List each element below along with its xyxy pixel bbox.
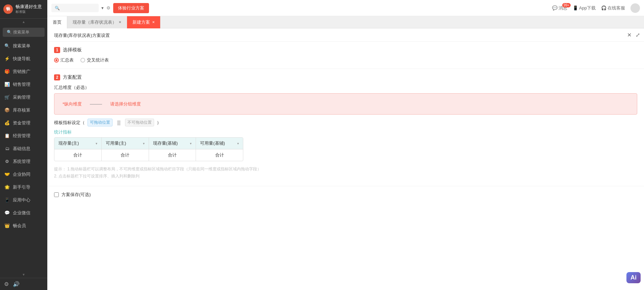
- main-area: 🔍 ▾ ⚙ 体验行业方案 💬 消息 99+ 📱 App下载 🎧 在线客服: [47, 0, 644, 290]
- tab-inventory-close[interactable]: ✕: [119, 20, 121, 24]
- tab-new-scheme[interactable]: 新建方案 ✕: [127, 16, 160, 28]
- dimension-area[interactable]: *纵向维度 —— 请选择分组维度: [54, 93, 637, 115]
- settings-icon[interactable]: ⚙: [4, 281, 9, 287]
- sidebar-item-member[interactable]: 👑 畅会员: [0, 219, 47, 232]
- basic-nav-icon: 🗂: [4, 146, 10, 152]
- topbar: 🔍 ▾ ⚙ 体验行业方案 💬 消息 99+ 📱 App下载 🎧 在线客服: [47, 0, 644, 16]
- sidebar-item-system[interactable]: ⚙ 系统管理: [0, 155, 47, 168]
- radio-summary-label: 汇总表: [60, 57, 74, 63]
- member-nav-icon: 👑: [4, 223, 10, 229]
- contract-nav-icon: 🤝: [4, 171, 10, 177]
- speaker-icon[interactable]: 🔊: [13, 281, 20, 287]
- purchase-nav-icon: 🛒: [4, 94, 10, 100]
- message-badge: 99+: [562, 3, 571, 7]
- member-nav-label: 畅会员: [13, 223, 26, 229]
- radio-summary[interactable]: 汇总表: [54, 57, 74, 63]
- col-header-0-dropdown[interactable]: ▾: [96, 142, 97, 145]
- topbar-search[interactable]: 🔍: [51, 4, 99, 12]
- sidebar-item-wechat[interactable]: 💬 企业微信: [0, 207, 47, 219]
- sidebar-item-sales[interactable]: 📊 销售管理: [0, 78, 47, 91]
- app-download-button[interactable]: 📱 App下载: [573, 5, 596, 11]
- sidebar-item-finance[interactable]: 💰 资金管理: [0, 117, 47, 129]
- stats-table-row-0: 合计 合计 合计 合计: [54, 149, 243, 161]
- close-panel-button[interactable]: ✕: [626, 31, 633, 39]
- tab-new-scheme-close[interactable]: ✕: [152, 20, 155, 24]
- stats-table-area: 统计指标 现存量(主) ▾ 可用量(主) ▾: [54, 129, 637, 162]
- tip-2: 2. 点击标题栏下拉可设置排序、插入列和删除列: [54, 173, 637, 179]
- expand-panel-button[interactable]: ⤢: [634, 31, 641, 39]
- col-header-2-dropdown[interactable]: ▾: [190, 142, 192, 145]
- col-header-1-dropdown[interactable]: ▾: [143, 142, 145, 145]
- cell-0-1: 合计: [102, 149, 149, 161]
- wechat-nav-label: 企业微信: [13, 210, 30, 216]
- dim-placeholder: 请选择分组维度: [110, 101, 141, 107]
- basic-nav-label: 基础信息: [13, 146, 30, 152]
- quick-nav-nav-icon: ⚡: [4, 56, 10, 62]
- sidebar-footer: ⚙ 🔊: [0, 278, 47, 290]
- trial-button[interactable]: 体验行业方案: [113, 3, 149, 13]
- tips-area: 提示： 1.拖动标题栏可以调整布局，不可跨维度或指标区域拖动栏目字段（只能在同一…: [54, 166, 637, 179]
- sidebar-item-quick-nav[interactable]: ⚡ 快捷导航: [0, 52, 47, 65]
- business-nav-icon: 📋: [4, 133, 10, 139]
- sidebar-item-apps[interactable]: 📱 应用中心: [0, 194, 47, 207]
- stats-label: 统计指标: [54, 129, 637, 135]
- newbie-nav-icon: 🌟: [4, 184, 10, 190]
- sidebar-search-button[interactable]: 🔍 搜索菜单: [3, 28, 45, 37]
- topbar-search-text: [62, 5, 82, 11]
- scroll-down[interactable]: ▼: [0, 271, 47, 278]
- col-header-1[interactable]: 可用量(主) ▾: [102, 138, 149, 149]
- save-scheme-checkbox[interactable]: [54, 192, 59, 197]
- search-label: 搜索菜单: [13, 29, 29, 35]
- sidebar-item-purchase[interactable]: 🛒 采购管理: [0, 91, 47, 104]
- marketing-nav-icon: 🎁: [4, 69, 10, 75]
- sidebar-item-inventory[interactable]: 📦 库存核算: [0, 104, 47, 117]
- sidebar-item-search[interactable]: 🔍 搜索菜单: [0, 40, 47, 52]
- col-header-0-label: 现存量(主): [58, 140, 79, 146]
- search-nav-label: 搜索菜单: [13, 43, 30, 49]
- tab-home-label: 首页: [53, 19, 61, 25]
- page-title: 现存量(库存状况表)方案设置: [54, 33, 110, 38]
- tab-inventory-status[interactable]: 现存量（库存状况表） ✕: [67, 16, 127, 28]
- message-button[interactable]: 💬 消息 99+: [552, 5, 567, 11]
- step1-badge: 1: [54, 47, 60, 53]
- col-header-1-label: 可用量(主): [106, 140, 126, 146]
- user-avatar[interactable]: [630, 3, 640, 13]
- col-header-2[interactable]: 现存量(基辅) ▾: [149, 138, 196, 149]
- col-header-0[interactable]: 现存量(主) ▾: [54, 138, 102, 149]
- finance-nav-label: 资金管理: [13, 120, 30, 126]
- scroll-up[interactable]: ▲: [0, 19, 47, 25]
- sales-nav-label: 销售管理: [13, 81, 30, 88]
- cell-0-3: 合计: [196, 149, 243, 161]
- cell-0-2: 合计: [149, 149, 196, 161]
- topbar-dropdown-icon[interactable]: ▾: [101, 5, 104, 10]
- step2-title: 2 方案配置: [54, 74, 637, 80]
- dim-arrow: ——: [90, 100, 102, 107]
- sidebar-nav: 🔍 搜索菜单 ⚡ 快捷导航 🎁 营销推广 📊 销售管理 🛒 采购管理 📦 库存核…: [0, 40, 47, 271]
- search-nav-icon: 🔍: [4, 43, 10, 49]
- purchase-nav-label: 采购管理: [13, 94, 30, 100]
- logo-icon: 畅: [3, 4, 13, 14]
- marketing-nav-label: 营销推广: [13, 69, 30, 75]
- sidebar-item-business[interactable]: 📋 经营管理: [0, 129, 47, 142]
- sidebar-item-contract[interactable]: 🤝 企业协同: [0, 168, 47, 181]
- sidebar-item-basic[interactable]: 🗂 基础信息: [0, 142, 47, 155]
- topbar-settings-icon[interactable]: ⚙: [106, 5, 110, 10]
- tab-home[interactable]: 首页: [47, 16, 67, 28]
- radio-cross[interactable]: 交叉统计表: [80, 57, 109, 63]
- col-header-3[interactable]: 可用量(基辅) ▾: [196, 138, 243, 149]
- online-service-button[interactable]: 🎧 在线客服: [601, 5, 625, 11]
- sidebar-item-newbie[interactable]: 🌟 新手引导: [0, 181, 47, 194]
- ai-badge[interactable]: Ai: [626, 272, 641, 283]
- step1-label: 选择模板: [63, 47, 82, 53]
- col-header-2-label: 现存量(基辅): [153, 140, 178, 146]
- step1-title: 1 选择模板: [54, 47, 637, 53]
- sidebar-item-marketing[interactable]: 🎁 营销推广: [0, 65, 47, 78]
- apps-nav-label: 应用中心: [13, 197, 30, 203]
- draggable-tag: 可拖动位置: [88, 119, 113, 126]
- save-scheme-label: 方案保存(可选): [61, 192, 91, 198]
- sidebar-logo: 畅 畅康通好生意 标准版: [0, 0, 47, 19]
- app-version: 标准版: [16, 9, 42, 14]
- col-header-3-dropdown[interactable]: ▾: [237, 142, 239, 145]
- step2-label: 方案配置: [63, 74, 82, 80]
- stats-table: 现存量(主) ▾ 可用量(主) ▾ 现存量(基辅) ▾: [54, 137, 243, 161]
